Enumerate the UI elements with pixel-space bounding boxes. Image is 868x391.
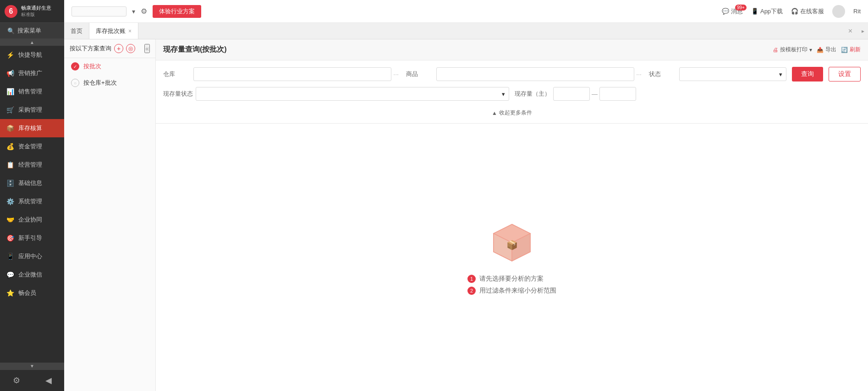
sidebar-collapse-btn[interactable]: ◀ xyxy=(42,374,55,387)
svg-text:📦: 📦 xyxy=(506,239,518,250)
sidebar-item-purchase[interactable]: 🛒 采购管理 xyxy=(0,101,64,119)
messages-btn[interactable]: 💬 消息 99+ xyxy=(722,7,743,16)
app-download-label: App下载 xyxy=(760,7,783,16)
breadcrumb-input[interactable] xyxy=(71,6,126,16)
filter-item-by-batch[interactable]: ✓ 按批次 xyxy=(64,58,155,75)
filter-add-btn[interactable]: + xyxy=(114,44,123,53)
member-icon: ⭐ xyxy=(5,288,15,298)
filter-collapse-btn[interactable]: « xyxy=(144,44,150,53)
page-header: 现存量查询(按批次) 🖨 按模板打印 ▾ 📤 导出 🔄 刷新 xyxy=(156,39,868,60)
empty-state: 📦 1 请先选择要分析的方案 2 用过滤条件来缩小分析范围 xyxy=(156,124,868,391)
status-field: 状态 ▾ xyxy=(649,67,786,81)
sidebar-item-wechat[interactable]: 💬 企业微信 xyxy=(0,266,64,284)
product-more-btn[interactable]: ··· xyxy=(634,71,643,78)
filter-sidebar: 按以下方案查询 + ◎ « ✓ 按批次 ○ 按仓库+批次 xyxy=(64,39,156,391)
sidebar-label-shortcut: 快捷导航 xyxy=(18,51,42,59)
online-service-btn[interactable]: 🎧 在线客服 xyxy=(791,7,824,16)
sidebar-scroll-down[interactable]: ▼ xyxy=(0,363,64,369)
inventory-qty-max-input[interactable] xyxy=(599,87,636,101)
warehouse-field: 仓库 ··· xyxy=(163,67,401,81)
sidebar: 6 畅康通好生意 标准版 🔍 搜索菜单 ▲ ⚡ 快捷导航 📢 营销推广 📊 销售… xyxy=(0,0,64,391)
sidebar-item-member[interactable]: ⭐ 畅会员 xyxy=(0,284,64,302)
sidebar-label-collab: 企业协同 xyxy=(18,216,42,224)
filter-item-label-by-warehouse: 按仓库+批次 xyxy=(83,79,117,87)
sidebar-item-sales[interactable]: 📊 销售管理 xyxy=(0,82,64,101)
product-field: 商品 ··· xyxy=(406,67,643,81)
tab-close-btn[interactable]: × xyxy=(128,28,132,34)
step-1-text: 请先选择要分析的方案 xyxy=(479,275,544,283)
main-panel: 现存量查询(按批次) 🖨 按模板打印 ▾ 📤 导出 🔄 刷新 xyxy=(156,39,868,391)
sidebar-logo: 6 畅康通好生意 标准版 xyxy=(0,0,64,23)
inventory-qty-label: 现存量（主） xyxy=(515,90,550,98)
sidebar-item-marketing[interactable]: 📢 营销推广 xyxy=(0,64,64,82)
warehouse-input[interactable] xyxy=(193,67,391,81)
sidebar-item-shortcut[interactable]: ⚡ 快捷导航 xyxy=(0,46,64,64)
sidebar-label-member: 畅会员 xyxy=(18,289,36,297)
inventory-status-field: 现存量状态 ▾ xyxy=(163,87,509,101)
refresh-label: 刷新 xyxy=(850,46,861,54)
filter-item-by-warehouse-batch[interactable]: ○ 按仓库+批次 xyxy=(64,75,155,91)
sidebar-label-purchase: 采购管理 xyxy=(18,106,42,114)
inventory-status-label: 现存量状态 xyxy=(163,90,193,98)
topbar: ▾ ⚙ 体验行业方案 💬 消息 99+ 📱 App下载 🎧 在线客服 Rit xyxy=(64,0,868,23)
query-btn[interactable]: 查询 xyxy=(792,67,823,81)
topbar-gear-btn[interactable]: ⚙ xyxy=(141,7,147,16)
sidebar-item-finance[interactable]: 💰 资金管理 xyxy=(0,137,64,156)
username-label[interactable]: Rit xyxy=(853,8,861,15)
form-row-2: 现存量状态 ▾ 现存量（主） — xyxy=(163,87,861,101)
inventory-qty-min-input[interactable] xyxy=(553,87,590,101)
settings-btn[interactable]: 设置 xyxy=(829,67,861,81)
collapse-row[interactable]: ▲ 收起更多条件 xyxy=(163,106,861,117)
warehouse-more-btn[interactable]: ··· xyxy=(391,71,401,78)
trial-btn[interactable]: 体验行业方案 xyxy=(153,5,201,18)
filter-target-btn[interactable]: ◎ xyxy=(126,44,135,53)
newbie-icon: 🎯 xyxy=(5,234,15,243)
tab-home[interactable]: 首页 xyxy=(64,23,89,39)
status-label: 状态 xyxy=(649,70,676,78)
sidebar-item-apps[interactable]: 📱 应用中心 xyxy=(0,247,64,266)
sidebar-item-collab[interactable]: 🤝 企业协同 xyxy=(0,211,64,229)
print-dropdown-icon[interactable]: ▾ xyxy=(809,47,812,53)
step-1-num: 1 xyxy=(467,275,476,283)
sidebar-search[interactable]: 🔍 搜索菜单 xyxy=(0,23,64,39)
app-edition: 标准版 xyxy=(21,11,51,18)
sidebar-item-basic[interactable]: 🗄️ 基础信息 xyxy=(0,174,64,192)
sidebar-search-label: 搜索菜单 xyxy=(17,27,41,35)
print-btn[interactable]: 🖨 按模板打印 ▾ xyxy=(773,46,812,54)
messages-badge: 99+ xyxy=(735,5,747,11)
sidebar-settings-btn[interactable]: ⚙ xyxy=(9,374,24,387)
sidebar-label-inventory: 库存核算 xyxy=(18,124,42,132)
wechat-icon: 💬 xyxy=(5,270,15,279)
inventory-status-select[interactable]: ▾ xyxy=(196,87,509,101)
empty-step-2: 2 用过滤条件来缩小分析范围 xyxy=(467,287,556,295)
purchase-icon: 🛒 xyxy=(5,105,15,114)
tab-batch-ledger-label: 库存批次账 xyxy=(96,27,126,35)
sidebar-scroll-up[interactable]: ▲ xyxy=(0,39,64,46)
user-avatar[interactable] xyxy=(832,5,845,18)
sidebar-item-inventory[interactable]: 📦 库存核算 xyxy=(0,119,64,137)
filter-sidebar-header: 按以下方案查询 + ◎ « xyxy=(64,39,155,58)
sidebar-label-basic: 基础信息 xyxy=(18,179,42,187)
sidebar-item-business[interactable]: 📋 经营管理 xyxy=(0,156,64,174)
tabbar-expand-btn[interactable]: ▸ xyxy=(858,28,868,34)
refresh-btn[interactable]: 🔄 刷新 xyxy=(841,46,861,54)
app-download-btn[interactable]: 📱 App下载 xyxy=(751,7,783,16)
page-title: 现存量查询(按批次) xyxy=(163,45,227,54)
phone-icon: 📱 xyxy=(751,8,758,15)
status-select[interactable]: ▾ xyxy=(679,67,786,81)
app-logo-icon: 6 xyxy=(5,5,17,18)
tabbar-close-all-btn[interactable]: × xyxy=(843,27,858,35)
tab-batch-ledger[interactable]: 库存批次账 × xyxy=(89,23,138,39)
sidebar-item-newbie[interactable]: 🎯 新手引导 xyxy=(0,229,64,247)
product-label: 商品 xyxy=(406,70,434,78)
main-area: ▾ ⚙ 体验行业方案 💬 消息 99+ 📱 App下载 🎧 在线客服 Rit 首… xyxy=(64,0,868,391)
headset-icon: 🎧 xyxy=(791,8,798,15)
breadcrumb-dropdown-btn[interactable]: ▾ xyxy=(132,8,135,15)
step-2-text: 用过滤条件来缩小分析范围 xyxy=(479,287,556,295)
sidebar-label-finance: 资金管理 xyxy=(18,142,42,151)
sidebar-item-system[interactable]: ⚙️ 系统管理 xyxy=(0,192,64,211)
tab-home-label: 首页 xyxy=(71,27,82,35)
export-btn[interactable]: 📤 导出 xyxy=(817,46,836,54)
product-input[interactable] xyxy=(436,67,634,81)
collapse-up-icon: ▲ xyxy=(492,110,497,116)
